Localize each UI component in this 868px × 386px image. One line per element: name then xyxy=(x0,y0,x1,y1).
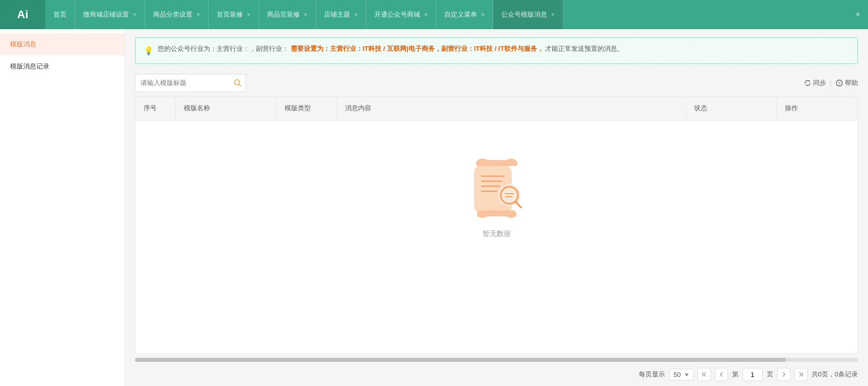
first-page-icon xyxy=(701,371,707,377)
help-button[interactable]: ? 帮助 xyxy=(836,79,858,88)
col-name: 模版名称 xyxy=(176,97,277,120)
sync-button[interactable]: 同步 xyxy=(804,79,826,88)
help-label: 帮助 xyxy=(845,79,858,88)
nav-tabs: 首页 微商城店铺设置 × 商品分类设置 × 首页装修 × 商品页装修 × 店铺主… xyxy=(45,0,848,29)
pagination: 每页显示 50 第 页 xyxy=(125,363,868,386)
scrollbar-track xyxy=(135,358,858,362)
tab-template-message[interactable]: 公众号模版消息 × xyxy=(493,0,563,29)
close-icon[interactable]: × xyxy=(354,11,358,18)
tab-category-label: 商品分类设置 xyxy=(153,10,192,19)
tab-custom-menu-label: 自定义菜单 xyxy=(444,10,477,19)
page-unit: 页 xyxy=(767,370,773,379)
notice-banner: 💡 您的公众号行业为：主营行业：，副营行业： 需要设置为：主营行业：IT科技 /… xyxy=(135,37,858,64)
empty-state: 暂无数据 xyxy=(136,121,857,259)
notice-icon: 💡 xyxy=(144,44,154,57)
tab-open-mall[interactable]: 开通公众号商城 × xyxy=(366,0,436,29)
main-layout: 模版消息 模版消息记录 💡 您的公众号行业为：主营行业：，副营行业： 需要设置为… xyxy=(0,29,868,386)
next-page-icon xyxy=(781,371,787,377)
page-size-select[interactable]: 50 xyxy=(669,369,693,380)
close-icon[interactable]: × xyxy=(247,11,250,18)
sidebar-item-template-message[interactable]: 模版消息 xyxy=(0,33,124,55)
logo-text: Ai xyxy=(17,8,28,21)
tab-open-mall-label: 开通公众号商城 xyxy=(374,10,420,19)
tab-shop-settings-label: 微商城店铺设置 xyxy=(83,10,129,19)
tab-shop-theme[interactable]: 店铺主题 × xyxy=(316,0,366,29)
data-table: 序号 模版名称 模版类型 消息内容 状态 操作 xyxy=(135,96,858,354)
help-icon: ? xyxy=(836,80,843,87)
toolbar-right: 同步 | ? 帮助 xyxy=(804,79,858,88)
scrollbar-thumb[interactable] xyxy=(135,358,786,362)
tab-custom-menu[interactable]: 自定义菜单 × xyxy=(436,0,493,29)
horizontal-scrollbar[interactable] xyxy=(135,357,858,363)
prev-page-button[interactable] xyxy=(715,368,728,381)
sidebar-item-template-log[interactable]: 模版消息记录 xyxy=(0,55,124,78)
empty-text: 暂无数据 xyxy=(483,229,511,239)
tab-home-decoration[interactable]: 首页装修 × xyxy=(209,0,259,29)
search-button[interactable] xyxy=(230,74,245,92)
total-label: 共0页，0条记录 xyxy=(812,370,858,379)
empty-illustration xyxy=(461,151,532,221)
close-icon[interactable]: × xyxy=(424,11,428,18)
notice-highlight: 需要设置为：主营行业：IT科技 / 互联网|电子商务，副营行业：IT科技 / I… xyxy=(291,45,544,52)
col-status: 状态 xyxy=(686,97,777,120)
close-icon[interactable]: × xyxy=(304,11,307,18)
close-icon[interactable]: × xyxy=(133,11,137,18)
close-icon[interactable]: × xyxy=(551,11,555,18)
chevron-down-icon xyxy=(684,372,689,377)
col-type: 模版类型 xyxy=(277,97,337,120)
sidebar: 模版消息 模版消息记录 xyxy=(0,29,125,386)
notice-suffix: 才能正常发送预置的消息。 xyxy=(545,45,624,52)
close-icon[interactable]: × xyxy=(481,11,485,18)
prev-page-icon xyxy=(718,371,724,377)
page-size-value: 50 xyxy=(674,371,681,378)
tab-category-settings[interactable]: 商品分类设置 × xyxy=(145,0,209,29)
divider: | xyxy=(830,79,832,87)
tab-product-deco-label: 商品页装修 xyxy=(267,10,300,19)
tab-shop-theme-label: 店铺主题 xyxy=(324,10,350,19)
close-all-button[interactable]: × xyxy=(848,0,868,29)
top-nav: Ai 首页 微商城店铺设置 × 商品分类设置 × 首页装修 × 商品页装修 × … xyxy=(0,0,868,29)
last-page-button[interactable] xyxy=(794,368,808,381)
search-icon xyxy=(234,79,242,87)
tab-template-msg-label: 公众号模版消息 xyxy=(501,10,547,19)
search-box xyxy=(135,74,246,92)
tab-home[interactable]: 首页 xyxy=(45,0,75,29)
current-page-prefix: 第 xyxy=(732,370,739,379)
next-page-button[interactable] xyxy=(777,368,790,381)
col-index: 序号 xyxy=(136,97,176,120)
first-page-button[interactable] xyxy=(698,368,711,381)
table-header: 序号 模版名称 模版类型 消息内容 状态 操作 xyxy=(136,97,857,121)
last-page-icon xyxy=(798,371,804,377)
notice-prefix: 您的公众号行业为：主营行业：，副营行业： xyxy=(158,45,289,52)
tab-shop-settings[interactable]: 微商城店铺设置 × xyxy=(75,0,145,29)
col-action: 操作 xyxy=(777,97,857,120)
sidebar-label-template-log: 模版消息记录 xyxy=(10,62,49,71)
search-input[interactable] xyxy=(136,75,230,90)
page-number-input[interactable] xyxy=(743,368,763,381)
toolbar: 同步 | ? 帮助 xyxy=(135,74,858,92)
page-size-label: 每页显示 xyxy=(639,370,665,379)
close-icon[interactable]: × xyxy=(196,11,200,18)
tab-home-label: 首页 xyxy=(53,10,66,19)
sync-icon xyxy=(804,80,811,87)
sidebar-label-template-message: 模版消息 xyxy=(10,40,36,49)
content-area: 💡 您的公众号行业为：主营行业：，副营行业： 需要设置为：主营行业：IT科技 /… xyxy=(125,29,868,386)
sync-label: 同步 xyxy=(813,79,826,88)
svg-line-1 xyxy=(239,84,241,86)
svg-line-11 xyxy=(515,201,521,207)
svg-text:?: ? xyxy=(838,81,840,86)
logo: Ai xyxy=(0,0,45,29)
col-content: 消息内容 xyxy=(337,97,686,120)
tab-product-decoration[interactable]: 商品页装修 × xyxy=(259,0,316,29)
tab-home-deco-label: 首页装修 xyxy=(217,10,243,19)
